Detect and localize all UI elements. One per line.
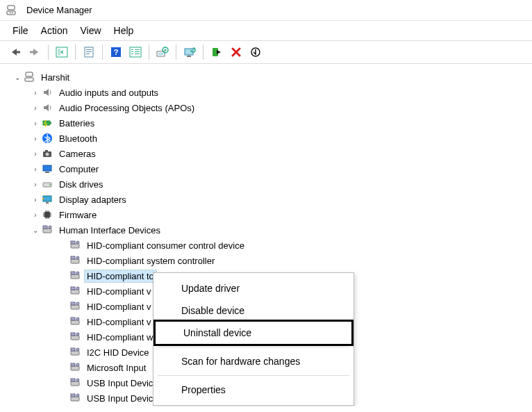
no-chevron: · [58,303,68,311]
svg-point-46 [49,226,51,229]
cm-update-driver[interactable]: Update driver [153,277,354,299]
action-list-button[interactable] [127,44,144,60]
help-button[interactable]: ? [108,44,124,60]
no-chevron: · [58,318,68,326]
context-menu: Update driver Disable device Uninstall d… [153,272,354,406]
svg-rect-11 [86,53,90,54]
toolbar-sep [176,44,176,60]
svg-rect-66 [71,333,75,336]
svg-rect-20 [135,53,140,54]
no-chevron: · [58,395,68,402]
chevron-right-icon[interactable]: › [31,120,40,127]
menu-view[interactable]: View [80,25,101,36]
cat-audio[interactable]: › Audio inputs and outputs [3,85,529,100]
svg-rect-51 [71,256,75,259]
svg-rect-37 [45,172,49,173]
cat-label: Cameras [57,148,98,160]
menu-file[interactable]: File [13,25,28,36]
cat-cameras[interactable]: › Cameras [3,146,529,161]
no-chevron: · [58,272,68,280]
svg-point-67 [76,333,79,336]
no-chevron: · [58,242,68,249]
cat-hid[interactable]: ⌄ Human Interface Devices [3,222,529,238]
svg-text:?: ? [114,48,119,56]
cat-firmware[interactable]: › Firmware [3,207,529,222]
svg-rect-65 [71,336,79,340]
back-button[interactable] [7,44,24,60]
cat-batteries[interactable]: › Batteries [3,115,529,131]
device-label: HID-compliant consumer control device [85,240,247,252]
svg-rect-2 [10,13,11,13]
toolbar-sep [203,44,203,60]
chevron-right-icon[interactable]: › [31,135,40,142]
svg-rect-0 [8,6,15,10]
cat-label: Audio Processing Objects (APOs) [57,102,197,114]
svg-point-73 [76,363,79,366]
chevron-down-icon[interactable]: ⌄ [31,226,40,234]
chevron-right-icon[interactable]: › [31,165,40,173]
svg-rect-17 [131,53,133,54]
chevron-right-icon[interactable]: › [31,150,40,158]
svg-rect-18 [135,49,140,50]
cat-bluetooth[interactable]: › Bluetooth [3,131,529,146]
menubar: File Action View Help [0,21,532,40]
cm-disable-device[interactable]: Disable device [153,299,354,322]
uninstall-device-button[interactable] [228,44,244,60]
enable-device-button[interactable] [208,44,225,60]
scan-hardware-button[interactable] [154,44,171,60]
tree-root[interactable]: ⌄ Harshit [3,69,529,85]
show-hide-tree-button[interactable] [53,44,70,60]
update-driver-button[interactable] [181,44,198,60]
svg-rect-43 [44,212,50,217]
device-label: USB Input Device [85,377,160,389]
svg-rect-9 [86,49,92,50]
properties-button[interactable] [81,44,97,60]
svg-rect-48 [71,241,75,244]
svg-rect-42 [42,198,44,199]
tree-root-label: Harshit [39,72,72,83]
svg-rect-63 [71,318,75,320]
svg-rect-59 [71,305,79,309]
forward-button[interactable] [26,44,43,60]
no-chevron: · [58,349,68,356]
no-chevron: · [58,379,68,387]
menu-action[interactable]: Action [41,25,68,36]
chevron-right-icon[interactable]: › [31,196,40,204]
cat-label: Bluetooth [57,133,99,145]
no-chevron: · [58,364,68,372]
hid-device[interactable]: · HID-compliant system controller [3,253,529,268]
cat-label: Firmware [57,209,99,221]
disable-device-button[interactable] [247,44,264,60]
cm-uninstall-device[interactable]: Uninstall device [153,320,354,346]
device-tree[interactable]: ⌄ Harshit › Audio inputs and outputs › A… [0,64,532,406]
hid-icon [68,361,82,374]
chevron-right-icon[interactable]: › [31,104,40,112]
cat-disk[interactable]: › Disk drives [3,176,529,192]
hid-icon [68,285,82,297]
device-label: Microsoft Input [85,362,148,374]
cat-computer[interactable]: › Computer [3,161,529,176]
hid-icon [68,239,82,252]
cat-apo[interactable]: › Audio Processing Objects (APOs) [3,100,529,115]
device-label: I2C HID Device [85,347,151,359]
svg-rect-68 [71,351,79,355]
svg-rect-72 [71,363,75,366]
toolbar-sep [75,44,76,60]
cm-properties[interactable]: Properties [153,379,354,401]
chevron-right-icon[interactable]: › [31,89,40,97]
chevron-right-icon[interactable]: › [31,211,40,219]
svg-point-55 [76,272,79,274]
chevron-right-icon[interactable]: › [31,181,40,188]
cat-display[interactable]: › Display adapters [3,192,529,207]
svg-rect-4 [16,51,20,53]
svg-rect-3 [12,13,13,13]
menu-help[interactable]: Help [114,25,134,36]
cat-label: Human Interface Devices [57,224,163,236]
svg-rect-71 [71,366,79,370]
cm-scan-hardware[interactable]: Scan for hardware changes [153,350,354,372]
chevron-down-icon[interactable]: ⌄ [13,74,22,81]
camera-icon [40,147,54,160]
hid-device[interactable]: · HID-compliant consumer control device [3,238,529,253]
hid-icon [68,270,82,282]
cat-label: Computer [57,163,101,175]
